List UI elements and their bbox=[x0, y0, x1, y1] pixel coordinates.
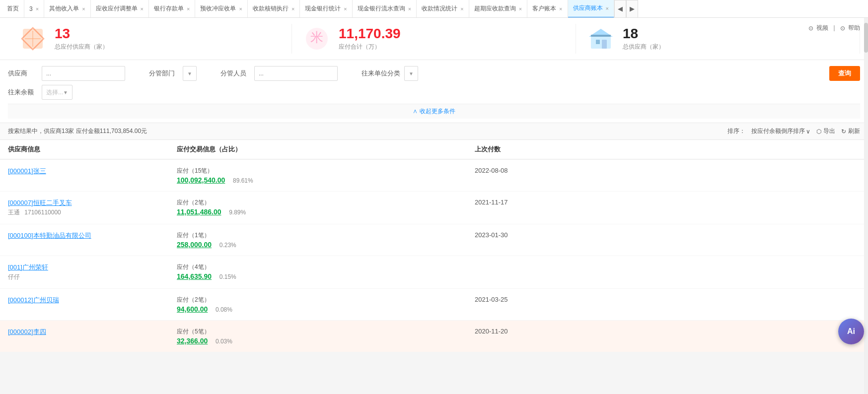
supplier-cell-6: [000002]李四 bbox=[8, 328, 177, 336]
category-filter-select[interactable]: ▼ bbox=[404, 66, 418, 81]
nav-tab-ar-ap-adjust-label: 应收应付调整单 bbox=[96, 4, 138, 13]
transaction-label-6: 应付（5笔） bbox=[177, 328, 475, 336]
nav-tab-3-close[interactable]: × bbox=[36, 6, 39, 12]
top-navigation: 首页 3 × 其他收入单 × 应收应付调整单 × 银行存款单 × 预收冲应收单 … bbox=[0, 0, 868, 18]
last-payment-cell-3: 2023-01-30 bbox=[475, 231, 860, 239]
supplier-name-link-1[interactable]: [000001]张三 bbox=[8, 167, 177, 176]
nav-tab-customer-book-close[interactable]: × bbox=[559, 6, 562, 12]
ai-button[interactable]: Ai bbox=[838, 319, 864, 344]
transaction-percent-6: 0.03% bbox=[216, 338, 232, 345]
nav-tab-cash-bank-flow-close[interactable]: × bbox=[408, 6, 411, 12]
nav-tab-other-income[interactable]: 其他收入单 × bbox=[44, 0, 90, 18]
help-link[interactable]: 帮助 bbox=[848, 24, 860, 32]
dept-filter-label: 分管部门 bbox=[149, 69, 179, 78]
last-payment-date-1: 2022-08-08 bbox=[475, 167, 508, 174]
top-right-links: ⊙ 视频 ｜ ⊙ 帮助 bbox=[808, 24, 860, 32]
supplier-filter-label: 供应商 bbox=[8, 69, 38, 78]
transaction-cell-3: 应付（1笔） 258,000.00 0.23% bbox=[177, 231, 475, 249]
category-dropdown-arrow: ▼ bbox=[409, 71, 414, 76]
transaction-percent-3: 0.23% bbox=[219, 242, 236, 249]
stat-total-suppliers-label: 总供应商（家） bbox=[623, 43, 664, 51]
nav-tab-bank-deposit[interactable]: 银行存款单 × bbox=[149, 0, 195, 18]
supplier-name-link-5[interactable]: [000012]广州贝瑞 bbox=[8, 296, 177, 305]
person-filter-input[interactable] bbox=[254, 66, 338, 81]
balance-filter-group: 往来余额 选择... ▼ bbox=[8, 85, 72, 100]
balance-select-value: 选择... bbox=[46, 88, 63, 97]
store-icon bbox=[586, 24, 616, 54]
transaction-cell-4: 应付（4笔） 164,635.90 0.15% bbox=[177, 263, 475, 280]
filter-collapse-button[interactable]: ∧ 收起更多条件 bbox=[8, 104, 860, 119]
sort-select[interactable]: 按应付余额倒序排序 ∨ bbox=[751, 127, 810, 135]
export-icon: ⬡ bbox=[816, 128, 821, 135]
export-button[interactable]: ⬡ 导出 bbox=[816, 127, 835, 135]
last-payment-date-5: 2021-03-25 bbox=[475, 296, 508, 303]
nav-tab-collection-stat-label: 收款情况统计 bbox=[422, 4, 457, 13]
transaction-cell-2: 应付（2笔） 11,051,486.00 9.89% bbox=[177, 198, 475, 216]
transaction-amount-3[interactable]: 258,000.00 bbox=[177, 241, 212, 249]
filter-area: 供应商 分管部门 ▼ 分管人员 往来单位分类 ▼ 查询 bbox=[0, 60, 868, 123]
nav-tab-collection-exec-close[interactable]: × bbox=[291, 6, 294, 12]
nav-tab-bank-deposit-close[interactable]: × bbox=[187, 6, 190, 12]
scrollbar[interactable] bbox=[864, 18, 868, 352]
nav-tab-3[interactable]: 3 × bbox=[24, 0, 44, 18]
transaction-amount-6[interactable]: 32,366.00 bbox=[177, 337, 208, 345]
balance-filter-select[interactable]: 选择... ▼ bbox=[42, 85, 72, 100]
nav-tab-customer-book[interactable]: 客户账本 × bbox=[527, 0, 568, 18]
transaction-cell-5: 应付（2笔） 94,600.00 0.08% bbox=[177, 296, 475, 313]
nav-tab-ar-ap-adjust-close[interactable]: × bbox=[141, 6, 144, 12]
query-button[interactable]: 查询 bbox=[829, 66, 860, 81]
rice-icon: 米 bbox=[302, 24, 332, 54]
nav-tab-home[interactable]: 首页 bbox=[2, 0, 24, 18]
nav-tab-collection-exec-label: 收款核销执行 bbox=[253, 4, 289, 13]
transaction-amount-4[interactable]: 164,635.90 bbox=[177, 272, 212, 280]
main-table: 供应商信息 应付交易信息（占比） 上次付数 [000001]张三 应付（15笔）… bbox=[0, 140, 868, 352]
nav-tab-supplier-book-close[interactable]: × bbox=[606, 5, 609, 11]
balance-filter-label: 往来余额 bbox=[8, 88, 38, 97]
nav-prev-arrow[interactable]: ◀ bbox=[614, 0, 626, 18]
supplier-filter-input[interactable] bbox=[42, 66, 125, 81]
results-bar: 搜索结果中，供应商13家 应付金额111,703,854.00元 排序： 按应付… bbox=[0, 123, 868, 140]
last-payment-cell-1: 2022-08-08 bbox=[475, 167, 860, 174]
nav-tab-cash-bank-stat-close[interactable]: × bbox=[344, 6, 347, 12]
supplier-cell-5: [000012]广州贝瑞 bbox=[8, 296, 177, 305]
supplier-name-link-6[interactable]: [000002]李四 bbox=[8, 328, 177, 336]
transaction-amount-1[interactable]: 100,092,540.00 bbox=[177, 176, 225, 184]
refresh-icon: ↻ bbox=[841, 128, 846, 135]
nav-tab-cash-bank-flow[interactable]: 现金银行流水查询 × bbox=[353, 0, 417, 18]
nav-tab-collection-exec[interactable]: 收款核销执行 × bbox=[248, 0, 300, 18]
nav-tab-prepaid-ar-close[interactable]: × bbox=[239, 6, 242, 12]
supplier-name-link-2[interactable]: [000007]恒旺二手叉车 bbox=[8, 198, 177, 207]
nav-tab-prepaid-ar[interactable]: 预收冲应收单 × bbox=[195, 0, 247, 18]
scrollbar-thumb[interactable] bbox=[864, 23, 868, 53]
sort-value: 按应付余额倒序排序 bbox=[751, 127, 805, 135]
transaction-amount-5[interactable]: 94,600.00 bbox=[177, 305, 208, 313]
last-payment-cell-2: 2021-11-17 bbox=[475, 198, 860, 206]
results-right-controls: 排序： 按应付余额倒序排序 ∨ ⬡ 导出 ↻ 刷新 bbox=[727, 127, 860, 135]
stat-total-suppliers-content: 18 总供应商（家） bbox=[623, 27, 664, 51]
supplier-name-link-3[interactable]: [000100]本特勤油品有限公司 bbox=[8, 231, 177, 240]
dept-filter-select[interactable]: ▼ bbox=[183, 66, 197, 81]
stat-ap-suppliers-label: 总应付供应商（家） bbox=[55, 43, 108, 51]
supplier-name-link-4[interactable]: [001]广州荣轩 bbox=[8, 263, 177, 272]
nav-tab-cash-bank-stat[interactable]: 现金银行统计 × bbox=[300, 0, 352, 18]
nav-tab-supplier-book[interactable]: 供应商账本 × bbox=[568, 0, 614, 18]
nav-tab-collection-stat[interactable]: 收款情况统计 × bbox=[417, 0, 469, 18]
nav-tab-overdue-ar-close[interactable]: × bbox=[519, 6, 522, 12]
nav-tab-other-income-close[interactable]: × bbox=[82, 6, 85, 12]
nav-next-arrow[interactable]: ▶ bbox=[626, 0, 638, 18]
stat-ap-amount-label: 应付合计（万） bbox=[339, 43, 401, 51]
nav-tab-ar-ap-adjust[interactable]: 应收应付调整单 × bbox=[91, 0, 149, 18]
supplier-cell-4: [001]广州荣轩 仔仔 bbox=[8, 263, 177, 281]
table-header: 供应商信息 应付交易信息（占比） 上次付数 bbox=[0, 140, 868, 160]
transaction-label-1: 应付（15笔） bbox=[177, 167, 475, 175]
video-link[interactable]: 视频 bbox=[816, 24, 828, 32]
nav-tab-overdue-ar[interactable]: 超期应收款查询 × bbox=[469, 0, 527, 18]
refresh-button[interactable]: ↻ 刷新 bbox=[841, 127, 860, 135]
supplier-contact-2: 王通 17106110000 bbox=[8, 208, 177, 217]
nav-tab-collection-stat-close[interactable]: × bbox=[460, 6, 463, 12]
supplier-cell-2: [000007]恒旺二手叉车 王通 17106110000 bbox=[8, 198, 177, 217]
transaction-amount-2[interactable]: 11,051,486.00 bbox=[177, 208, 221, 216]
transaction-percent-2: 9.89% bbox=[229, 209, 246, 216]
svg-rect-7 bbox=[591, 36, 611, 49]
last-payment-date-6: 2020-11-20 bbox=[475, 328, 508, 335]
